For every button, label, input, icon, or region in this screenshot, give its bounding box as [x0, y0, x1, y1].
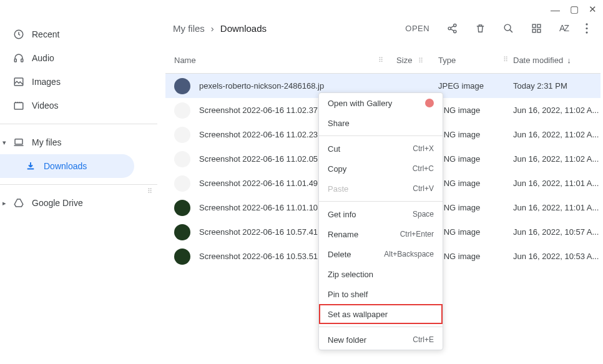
- menu-item-shortcut: Alt+Backspace: [384, 250, 434, 258]
- sidebar-item-drive[interactable]: ▸ Google Drive: [0, 191, 162, 215]
- file-date: Jun 16, 2022, 11:02 A...: [513, 154, 601, 164]
- file-date: Jun 16, 2022, 10:53 A...: [513, 252, 601, 261]
- drag-handle-icon[interactable]: ⠿: [147, 187, 152, 195]
- breadcrumb: My files › Downloads: [165, 23, 405, 34]
- divider: [0, 124, 157, 124]
- file-type: PNG image: [438, 252, 513, 261]
- menu-item-pin-to-shelf[interactable]: Pin to shelf: [319, 284, 443, 304]
- file-date: Jun 16, 2022, 10:57 A...: [513, 227, 601, 237]
- toolbar: My files › Downloads OPEN AZ: [165, 0, 601, 37]
- menu-item-cut[interactable]: CutCtrl+X: [319, 139, 443, 159]
- trash-icon[interactable]: [475, 23, 486, 34]
- chevron-down-icon: ▾: [2, 139, 6, 147]
- col-type[interactable]: Type⠿: [438, 56, 513, 65]
- grid-icon[interactable]: [531, 23, 542, 34]
- clock-icon: [13, 29, 32, 40]
- sidebar-item-label: Videos: [32, 101, 59, 111]
- file-thumbnail: [174, 200, 190, 216]
- file-thumbnail: [174, 224, 190, 240]
- file-thumbnail: [174, 78, 190, 94]
- file-type: PNG image: [438, 203, 513, 212]
- sort-button[interactable]: AZ: [559, 23, 568, 33]
- menu-item-zip-selection[interactable]: Zip selection: [319, 264, 443, 284]
- arrow-down-icon: ↓: [567, 56, 571, 65]
- menu-item-rename[interactable]: RenameCtrl+Enter: [319, 224, 443, 244]
- grip-icon[interactable]: ⠿: [503, 56, 508, 64]
- grip-icon[interactable]: ⠿: [418, 57, 423, 64]
- svg-point-16: [586, 31, 587, 33]
- svg-rect-12: [532, 29, 536, 32]
- file-type: PNG image: [438, 154, 513, 164]
- menu-item-shortcut: Ctrl+X: [413, 144, 434, 153]
- file-date: Jun 16, 2022, 11:01 A...: [513, 179, 601, 188]
- file-date: Today 2:31 PM: [513, 81, 601, 91]
- grip-icon[interactable]: ⠿: [378, 56, 383, 64]
- sidebar-item-label: Audio: [32, 53, 54, 63]
- badge-icon: [425, 99, 434, 107]
- svg-point-14: [586, 23, 587, 25]
- column-headers: Name⠿ Size ⠿ Type⠿ Date modified↓: [165, 47, 601, 74]
- menu-item-label: Cut: [328, 144, 340, 154]
- breadcrumb-current: Downloads: [220, 23, 267, 34]
- menu-item-shortcut: Ctrl+C: [413, 164, 434, 173]
- search-icon[interactable]: [503, 23, 514, 34]
- sidebar-item-label: Recent: [32, 29, 59, 39]
- sidebar-item-audio[interactable]: Audio: [0, 46, 162, 70]
- file-thumbnail: [174, 102, 190, 119]
- drive-icon: [13, 197, 32, 209]
- menu-item-label: Rename: [328, 230, 358, 239]
- sidebar-item-label: Google Drive: [32, 198, 83, 208]
- context-menu: Open with GalleryShareCutCtrl+XCopyCtrl+…: [318, 92, 443, 350]
- svg-rect-1: [14, 59, 16, 62]
- svg-rect-5: [15, 139, 22, 144]
- svg-rect-13: [537, 29, 541, 32]
- svg-point-15: [586, 27, 587, 29]
- col-name[interactable]: Name⠿: [165, 56, 388, 65]
- svg-rect-10: [532, 24, 536, 27]
- menu-item-delete[interactable]: DeleteAlt+Backspace: [319, 244, 443, 264]
- share-icon[interactable]: [447, 23, 458, 34]
- menu-item-label: Copy: [328, 164, 346, 174]
- menu-item-label: Zip selection: [328, 270, 373, 279]
- menu-item-share[interactable]: Share: [319, 113, 443, 133]
- sidebar-item-label: Downloads: [44, 161, 87, 171]
- more-icon[interactable]: [586, 23, 588, 34]
- file-type: PNG image: [438, 179, 513, 188]
- menu-item-set-as-wallpaper[interactable]: Set as wallpaper: [319, 304, 443, 324]
- svg-point-8: [454, 30, 456, 32]
- download-icon: [25, 160, 44, 172]
- menu-item-label: Pin to shelf: [328, 290, 368, 299]
- chevron-right-icon: ▸: [2, 199, 6, 207]
- col-date[interactable]: Date modified↓: [513, 56, 601, 65]
- col-size[interactable]: Size ⠿: [388, 56, 438, 65]
- menu-item-new-folder[interactable]: New folderCtrl+E: [319, 330, 443, 350]
- sidebar-item-label: My files: [32, 137, 61, 147]
- film-icon: [13, 100, 32, 111]
- file-thumbnail: [174, 127, 190, 143]
- file-type: JPEG image: [438, 81, 513, 91]
- sidebar-item-videos[interactable]: Videos: [0, 94, 162, 117]
- menu-item-label: Set as wallpaper: [328, 310, 388, 319]
- file-type: PNG image: [438, 106, 513, 115]
- file-date: Jun 16, 2022, 11:02 A...: [513, 106, 601, 115]
- menu-item-label: Get info: [328, 210, 356, 219]
- file-name: pexels-roberto-nickson-2486168.jp: [199, 81, 388, 91]
- breadcrumb-root[interactable]: My files: [173, 23, 205, 34]
- sidebar-item-images[interactable]: Images: [0, 70, 162, 94]
- menu-item-get-info[interactable]: Get infoSpace: [319, 204, 443, 224]
- sidebar-item-downloads[interactable]: Downloads: [0, 154, 134, 178]
- svg-rect-2: [21, 59, 23, 62]
- svg-point-7: [448, 27, 451, 29]
- open-button[interactable]: OPEN: [405, 24, 429, 33]
- menu-item-copy[interactable]: CopyCtrl+C: [319, 159, 443, 179]
- menu-item-label: New folder: [328, 335, 366, 345]
- menu-item-paste: PasteCtrl+V: [319, 179, 443, 199]
- sidebar-item-label: Images: [32, 77, 61, 87]
- headphones-icon: [13, 52, 32, 64]
- menu-item-open-with-gallery[interactable]: Open with Gallery: [319, 93, 443, 113]
- sidebar-item-recent[interactable]: Recent: [0, 22, 162, 46]
- svg-point-6: [454, 24, 456, 26]
- image-icon: [13, 76, 32, 87]
- sidebar-item-myfiles[interactable]: ▾ My files: [0, 130, 162, 154]
- divider: [0, 184, 157, 185]
